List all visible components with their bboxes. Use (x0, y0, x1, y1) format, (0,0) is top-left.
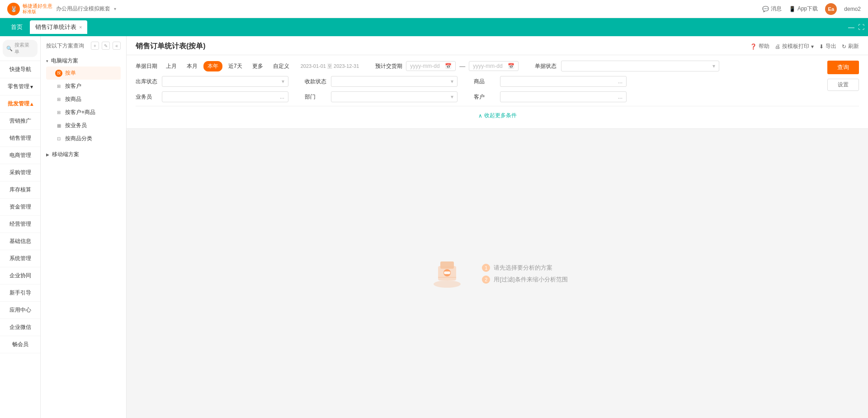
refresh-button[interactable]: ↻ 刷新 (842, 43, 859, 50)
hint-num-2: 2 (482, 276, 490, 284)
sidebar-item-retail[interactable]: 零售管理 ▾ (0, 78, 40, 95)
sidebar-item-sales[interactable]: 销售管理 (0, 130, 40, 147)
delivery-start-input[interactable]: yyyy-mm-dd 📅 (406, 61, 456, 71)
svg-rect-2 (440, 261, 454, 269)
date-more[interactable]: 更多 (248, 61, 267, 71)
goods-input[interactable]: ... (500, 76, 627, 87)
tab-close-icon[interactable]: × (79, 24, 82, 30)
empty-hint-2: 2 用[过滤]条件来缩小分析范围 (482, 276, 567, 284)
sidebar-item-enterprise[interactable]: 企业协同 (0, 267, 40, 285)
sidebar-item-ops[interactable]: 经营管理 (0, 216, 40, 233)
tab-sales-order-stats[interactable]: 销售订单统计表 × (30, 20, 87, 34)
sidebar-search[interactable]: 🔍 搜索菜单 (0, 36, 40, 61)
date-this-year[interactable]: 本年 (203, 61, 222, 71)
payment-status-arrow-icon: ▾ (451, 78, 453, 85)
tabbar-actions: — ⛶ (848, 24, 864, 31)
by-staff-icon: ▦ (55, 122, 62, 129)
app-title-arrow-icon[interactable]: ▾ (114, 6, 116, 11)
customer-more-icon: ... (618, 94, 623, 100)
maximize-button[interactable]: ⛶ (858, 24, 864, 31)
sidebar-item-basic[interactable]: 基础信息 (0, 233, 40, 250)
calendar-icon: 📅 (445, 63, 452, 69)
hint-num-1: 1 (482, 264, 490, 272)
settings-button[interactable]: 设置 (827, 79, 859, 91)
minimize-button[interactable]: — (848, 24, 854, 31)
date-last-7[interactable]: 近7天 (224, 61, 246, 71)
goods-label: 商品 (474, 78, 496, 86)
date-custom[interactable]: 自定义 (269, 61, 293, 71)
page-header: 销售订单统计表(按单) ❓ 帮助 🖨 按模板打印 ▾ ⬇ 导出 (127, 36, 868, 55)
search-icon: 🔍 (6, 46, 13, 52)
delivery-label: 预计交货期 (375, 62, 402, 70)
username-label[interactable]: demo2 (844, 6, 861, 12)
search-input[interactable]: 🔍 搜索菜单 (3, 40, 38, 57)
scheme-item-by-customer[interactable]: ⊞ 按客户 (46, 80, 121, 93)
sidebar-item-inventory[interactable]: 库存核算 (0, 181, 40, 199)
goods-more-icon: ... (618, 78, 623, 85)
right-btn-group: 查询 设置 (827, 61, 859, 91)
filter-department-field: 部门 ▾ (305, 91, 458, 102)
date-this-month[interactable]: 本月 (183, 61, 202, 71)
customer-input[interactable]: ... (500, 91, 627, 102)
collapse-button[interactable]: ∧ 收起更多条件 (136, 108, 859, 123)
tabbar: 首页 销售订单统计表 × — ⛶ (0, 18, 868, 36)
sidebar-item-wholesale[interactable]: 批发管理 ▴ (0, 95, 40, 113)
help-icon: ❓ (750, 43, 757, 50)
content-area: 按以下方案查询 + ✎ « ▾ 电脑端方案 按 按单 ⊞ 按客户 (41, 36, 868, 418)
app-download-button[interactable]: 📱 App下载 (789, 5, 818, 13)
help-button[interactable]: ❓ 帮助 (750, 43, 769, 50)
export-button[interactable]: ⬇ 导出 (819, 43, 836, 50)
scheme-group-pc-header[interactable]: ▾ 电脑端方案 (46, 55, 121, 66)
ship-status-arrow-icon: ▾ (282, 78, 284, 85)
sidebar-item-member[interactable]: 畅会员 (0, 336, 40, 353)
scheme-item-by-staff[interactable]: ▦ 按业务员 (46, 119, 121, 132)
message-button[interactable]: 💬 消息 (762, 5, 782, 13)
sidebar-item-corpwx[interactable]: 企业微信 (0, 319, 40, 336)
scheme-group-mobile: ▶ 移动端方案 (41, 147, 126, 162)
by-customer-icon: ⊞ (55, 83, 62, 90)
filter-salesperson-field: 业务员 ... (136, 91, 288, 102)
sidebar-item-purchase[interactable]: 采购管理 (0, 164, 40, 181)
edit-scheme-button[interactable]: ✎ (102, 42, 110, 50)
date-last-month[interactable]: 上月 (162, 61, 181, 71)
export-icon: ⬇ (819, 43, 824, 50)
ship-status-label: 出库状态 (136, 78, 158, 86)
filter-row-3: 业务员 ... 部门 ▾ (136, 91, 822, 102)
sidebar-item-quick-nav[interactable]: 快捷导航 (0, 61, 40, 78)
sidebar-item-marketing[interactable]: 营销推广 (0, 113, 40, 130)
tab-home[interactable]: 首页 (4, 20, 30, 34)
scheme-item-by-cust-prod[interactable]: ⊞ 按客户+商品 (46, 106, 121, 119)
scheme-item-by-category[interactable]: ⊡ 按商品分类 (46, 132, 121, 145)
sidebar-item-finance[interactable]: 资金管理 (0, 199, 40, 216)
filter-delivery-field: 预计交货期 yyyy-mm-dd 📅 — yyyy-mm-dd 📅 (375, 61, 519, 71)
sidebar-item-newbie[interactable]: 新手引导 (0, 285, 40, 302)
salesperson-input[interactable]: ... (162, 91, 288, 102)
date-range-text: 2023-01-01 至 2023-12-31 (301, 63, 359, 70)
collapse-arrow-icon: ∧ (478, 113, 482, 119)
doc-status-arrow-icon: ▾ (712, 63, 715, 69)
logo-text: 畅捷通好生意 标准版 (23, 3, 52, 14)
collapse-scheme-button[interactable]: « (113, 42, 121, 50)
payment-status-select[interactable]: ▾ (331, 76, 458, 87)
doc-status-select[interactable]: ▾ (561, 61, 719, 71)
template-print-button[interactable]: 🖨 按模板打印 ▾ (775, 43, 814, 50)
sidebar-item-appstore[interactable]: 应用中心 (0, 302, 40, 319)
date-shortcuts: 上月 本月 本年 近7天 更多 自定义 (162, 61, 293, 71)
sidebar-item-ecom[interactable]: 电商管理 (0, 147, 40, 164)
delivery-end-input[interactable]: yyyy-mm-dd 📅 (469, 61, 519, 71)
scheme-group-pc: ▾ 电脑端方案 按 按单 ⊞ 按客户 ⊞ 按商品 ⊞ 按客户+商品 (41, 53, 126, 147)
avatar[interactable]: Ea (825, 3, 837, 15)
ship-status-select[interactable]: ▾ (162, 76, 288, 87)
sidebar-item-system[interactable]: 系统管理 (0, 250, 40, 267)
payment-status-label: 收款状态 (305, 78, 327, 86)
query-button[interactable]: 查询 (827, 61, 859, 74)
scheme-item-by-order[interactable]: 按 按单 (46, 66, 121, 80)
scheme-item-by-product[interactable]: ⊞ 按商品 (46, 93, 121, 106)
scheme-panel: 按以下方案查询 + ✎ « ▾ 电脑端方案 按 按单 ⊞ 按客户 (41, 36, 127, 418)
department-select[interactable]: ▾ (331, 91, 458, 102)
add-scheme-button[interactable]: + (91, 42, 99, 50)
salesperson-label: 业务员 (136, 93, 158, 101)
by-order-icon: 按 (55, 70, 62, 77)
scheme-group-mobile-header[interactable]: ▶ 移动端方案 (46, 149, 121, 160)
logo-icon: 🐰 (7, 3, 20, 15)
